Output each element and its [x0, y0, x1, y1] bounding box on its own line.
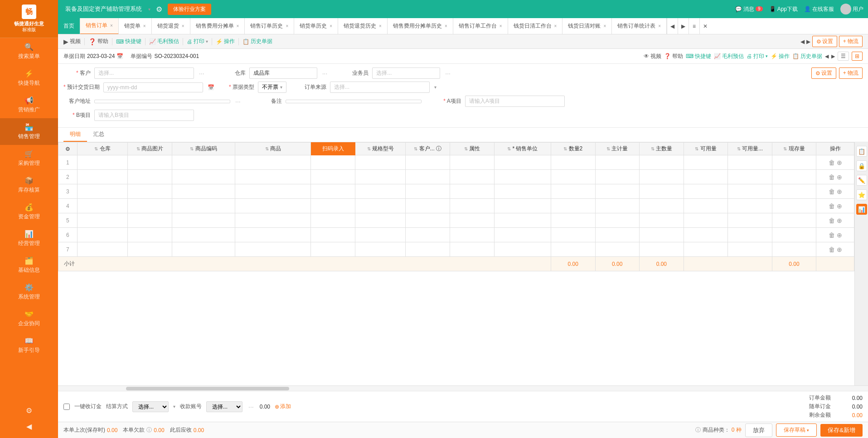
tab-next-btn[interactable]: ▶: [678, 18, 689, 34]
row2-main-unit[interactable]: [595, 170, 640, 184]
row2-stock[interactable]: [772, 170, 816, 184]
scroll-thumb[interactable]: [126, 387, 289, 390]
one-click-checkbox[interactable]: [63, 404, 70, 410]
toolbar-ops-btn[interactable]: ⚡ 操作: [216, 38, 235, 45]
row2-main-qty[interactable]: [640, 170, 684, 184]
warehouse-input[interactable]: 成品库: [249, 67, 317, 79]
tab-stats[interactable]: 销售订单统计表 ×: [612, 18, 667, 34]
sidebar-item-inventory[interactable]: 📦 库存核算: [0, 172, 58, 198]
row2-code[interactable]: [172, 170, 235, 184]
row5-main-unit[interactable]: [595, 213, 640, 228]
th-main-unit[interactable]: ⇅ 主计量: [595, 143, 640, 155]
row1-available[interactable]: [684, 155, 728, 170]
doc-profit-btn[interactable]: 📈 毛利预估: [714, 52, 744, 61]
tab-sales-return-close[interactable]: ×: [182, 24, 184, 29]
grid-view-btn[interactable]: ⊞: [852, 52, 863, 61]
row3-copy-btn[interactable]: ⊕: [837, 188, 842, 195]
row2-available2[interactable]: [728, 170, 772, 184]
th-settings[interactable]: ⚙: [58, 143, 78, 155]
row5-qty2[interactable]: [551, 213, 595, 228]
project-a-input[interactable]: 请输入A项目: [465, 96, 565, 107]
row2-barcode[interactable]: [311, 170, 355, 184]
tab-detail[interactable]: 明细: [63, 128, 87, 142]
delivery-calendar-icon[interactable]: 📅: [208, 84, 214, 91]
customer-address-input[interactable]: [94, 100, 230, 103]
row2-copy-btn[interactable]: ⊕: [837, 173, 842, 181]
row1-main-qty[interactable]: [640, 155, 684, 170]
row4-main-qty[interactable]: [640, 199, 684, 213]
row6-image[interactable]: [128, 228, 172, 242]
row5-attribute[interactable]: [450, 213, 495, 228]
row1-stock[interactable]: [772, 155, 816, 170]
row1-qty2[interactable]: [551, 155, 595, 170]
tab-prev-btn[interactable]: ◀: [667, 18, 678, 34]
note-input[interactable]: [286, 100, 422, 103]
tab-daily-clear-close[interactable]: ×: [554, 24, 557, 29]
row7-stock[interactable]: [772, 242, 816, 257]
row2-sales-unit[interactable]: [494, 170, 551, 184]
row1-product[interactable]: [235, 155, 311, 170]
th-barcode[interactable]: 扫码录入: [311, 143, 355, 155]
salesperson-input[interactable]: 选择...: [372, 67, 440, 79]
save-draft-btn[interactable]: 保存草稿 ▾: [776, 424, 817, 437]
tab-expense-history-close[interactable]: ×: [445, 24, 447, 29]
row6-code[interactable]: [172, 228, 235, 242]
tab-reconcile[interactable]: 钱货日清对账 ×: [563, 18, 612, 34]
row2-available[interactable]: [684, 170, 728, 184]
row6-qty2[interactable]: [551, 228, 595, 242]
row5-stock[interactable]: [772, 213, 816, 228]
discard-btn[interactable]: 放弃: [745, 424, 772, 437]
row3-warehouse[interactable]: [77, 184, 127, 199]
doc-shortcut-btn[interactable]: ⌨ 快捷键: [686, 52, 711, 61]
settlement-select[interactable]: 选择...: [132, 401, 169, 412]
row6-sales-unit[interactable]: [494, 228, 551, 242]
row2-warehouse[interactable]: [77, 170, 127, 184]
row3-product[interactable]: [235, 184, 311, 199]
row4-stock[interactable]: [772, 199, 816, 213]
tab-home[interactable]: 首页: [58, 18, 80, 34]
toolbar-additem-btn[interactable]: + 物流: [839, 67, 863, 79]
row3-main-unit[interactable]: [595, 184, 640, 199]
salesperson-more-btn[interactable]: ···: [444, 70, 452, 77]
th-product[interactable]: ⇅ 商品: [235, 143, 311, 155]
doc-print-btn[interactable]: 🖨 打印 ▾: [747, 52, 768, 61]
online-service-btn[interactable]: 👤 在线客服: [804, 5, 834, 13]
row5-product[interactable]: [235, 213, 311, 228]
sidebar-item-sales[interactable]: 🏪 销售管理: [0, 118, 58, 145]
save-new-btn[interactable]: 保存&新增: [820, 424, 863, 437]
sidebar-item-basic[interactable]: 🗂️ 基础信息: [0, 252, 58, 279]
row6-attribute[interactable]: [450, 228, 495, 242]
industry-btn[interactable]: 体验行业方案: [168, 4, 211, 15]
sidebar-item-enterprise[interactable]: 🤝 企业协同: [0, 305, 58, 332]
row3-barcode[interactable]: [311, 184, 355, 199]
row6-main-qty[interactable]: [640, 228, 684, 242]
additem-action-btn[interactable]: + 物流: [839, 36, 863, 47]
address-more-btn[interactable]: ···: [234, 98, 242, 105]
doc-help-btn[interactable]: ❓ 帮助: [664, 52, 683, 61]
tab-daily-clear[interactable]: 钱货日清工作台 ×: [508, 18, 563, 34]
row4-code[interactable]: [172, 199, 235, 213]
row3-qty2[interactable]: [551, 184, 595, 199]
tab-return-history-close[interactable]: ×: [379, 24, 382, 29]
row1-delete-btn[interactable]: 🗑: [829, 159, 835, 166]
th-sku-code[interactable]: ⇅ 商品编码: [172, 143, 235, 155]
row1-image[interactable]: [128, 155, 172, 170]
row1-customer-code[interactable]: [406, 155, 450, 170]
tab-reconcile-close[interactable]: ×: [603, 24, 606, 29]
sidebar-item-finance[interactable]: 💰 资金管理: [0, 198, 58, 225]
row3-stock[interactable]: [772, 184, 816, 199]
row7-code[interactable]: [172, 242, 235, 257]
delivery-date-input[interactable]: yyyy-mm-dd: [103, 82, 203, 92]
row3-code[interactable]: [172, 184, 235, 199]
row3-available[interactable]: [684, 184, 728, 199]
row4-warehouse[interactable]: [77, 199, 127, 213]
tab-sales-delivery-close[interactable]: ×: [143, 24, 146, 29]
rp-btn-2[interactable]: 🔒: [856, 160, 867, 171]
row3-main-qty[interactable]: [640, 184, 684, 199]
row4-copy-btn[interactable]: ⊕: [837, 202, 842, 210]
toolbar-view-btn[interactable]: ▶ 视频: [63, 38, 81, 45]
customer-input[interactable]: 选择...: [94, 67, 194, 79]
prev-doc-btn[interactable]: ◀: [800, 36, 805, 47]
row5-customer-code[interactable]: [406, 213, 450, 228]
row5-image[interactable]: [128, 213, 172, 228]
